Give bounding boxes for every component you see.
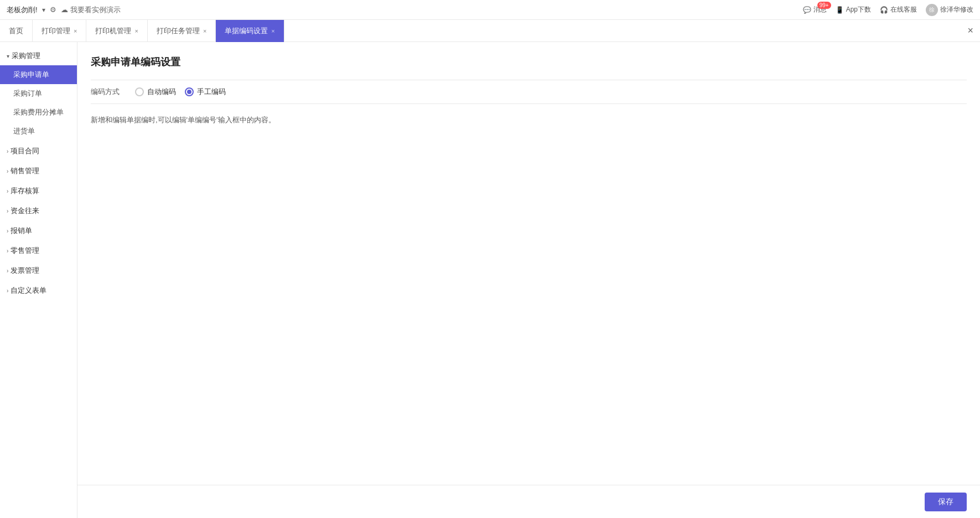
- auto-code-radio[interactable]: [135, 87, 144, 96]
- sidebar-group-title-sales-mgmt[interactable]: › 销售管理: [0, 162, 77, 180]
- sidebar-group-title-custom-forms[interactable]: › 自定义表单: [0, 281, 77, 300]
- auto-code-option[interactable]: 自动编码: [135, 87, 176, 97]
- tab-bar: 首页 打印管理 × 打印机管理 × 打印任务管理 × 单据编码设置 × ×: [0, 20, 980, 42]
- message-button[interactable]: 💬 消息 99+: [803, 5, 827, 14]
- top-bar-left: 老板勿削! ▾ ⚙ ☁ 我要看实例演示: [7, 5, 121, 15]
- sidebar-group-purchase-mgmt: ▾ 采购管理 采购申请单 采购订单 采购费用分摊单 进货单: [0, 46, 77, 141]
- arrow-icon-invoice: ›: [7, 268, 8, 274]
- tab-home[interactable]: 首页: [0, 20, 33, 42]
- sidebar-group-sales-mgmt: › 销售管理: [0, 162, 77, 180]
- app-download-label: App下数: [846, 5, 871, 14]
- arrow-icon-project: ›: [7, 148, 8, 154]
- sidebar-group-inventory: › 库存核算: [0, 182, 77, 200]
- arrow-icon-retail: ›: [7, 248, 8, 254]
- arrow-icon-returns: ›: [7, 228, 8, 234]
- tab-print-task-mgmt-close[interactable]: ×: [203, 28, 206, 34]
- encoding-radio-group: 自动编码 手工编码: [135, 87, 226, 97]
- content-area: 采购申请单编码设置 编码方式 自动编码 手工编码 新增和编辑单据编时,可以编辑'…: [77, 42, 980, 518]
- main-layout: ▾ 采购管理 采购申请单 采购订单 采购费用分摊单 进货单 › 项目合同: [0, 42, 980, 518]
- invoice-mgmt-label: 发票管理: [11, 266, 39, 276]
- top-bar-title: 老板勿削!: [7, 5, 38, 15]
- top-bar-right: 💬 消息 99+ 📱 App下数 🎧 在线客服 徐 徐泽华修改: [803, 4, 973, 16]
- online-service-label: 在线客服: [890, 5, 917, 14]
- sidebar-group-title-inventory[interactable]: › 库存核算: [0, 182, 77, 200]
- tab-home-label: 首页: [9, 26, 23, 36]
- message-icon: 💬: [803, 6, 811, 14]
- example-label: 我要看实例演示: [70, 5, 121, 15]
- sidebar-group-title-invoice-mgmt[interactable]: › 发票管理: [0, 261, 77, 280]
- user-name: 徐泽华修改: [940, 5, 973, 14]
- arrow-icon-funds: ›: [7, 208, 8, 214]
- encoding-section: 编码方式 自动编码 手工编码: [91, 80, 967, 104]
- sidebar-group-returns: › 报销单: [0, 221, 77, 240]
- returns-label: 报销单: [11, 226, 32, 236]
- arrow-icon-custom: ›: [7, 288, 8, 294]
- sidebar-item-purchase-request[interactable]: 采购申请单: [0, 65, 77, 84]
- sidebar-item-purchase-expense[interactable]: 采购费用分摊单: [0, 103, 77, 122]
- purchase-mgmt-label: 采购管理: [12, 51, 40, 61]
- arrow-icon-sales: ›: [7, 168, 8, 174]
- tab-barcode-setting[interactable]: 单据编码设置 ×: [216, 20, 284, 42]
- retail-mgmt-label: 零售管理: [11, 246, 39, 256]
- sales-mgmt-label: 销售管理: [11, 166, 39, 176]
- top-bar-dropdown-icon[interactable]: ▾: [42, 6, 45, 14]
- tab-barcode-setting-label: 单据编码设置: [225, 26, 268, 36]
- sidebar-group-title-retail-mgmt[interactable]: › 零售管理: [0, 241, 77, 260]
- sidebar-group-retail-mgmt: › 零售管理: [0, 241, 77, 260]
- cloud-icon: ☁: [61, 6, 68, 14]
- purchase-order-label: 采购订单: [13, 89, 42, 97]
- settings-icon[interactable]: ⚙: [50, 6, 56, 14]
- sidebar-group-title-funds[interactable]: › 资金往来: [0, 201, 77, 220]
- user-menu[interactable]: 徐 徐泽华修改: [926, 4, 973, 16]
- sidebar-group-project-contract: › 项目合同: [0, 142, 77, 160]
- message-badge: 99+: [817, 2, 831, 9]
- auto-code-label: 自动编码: [147, 87, 176, 97]
- tab-print-mgmt-close[interactable]: ×: [74, 28, 77, 34]
- page-title: 采购申请单编码设置: [91, 55, 967, 69]
- tab-print-task-mgmt[interactable]: 打印任务管理 ×: [148, 20, 216, 42]
- sidebar-item-stock-in[interactable]: 进货单: [0, 122, 77, 141]
- headset-icon: 🎧: [880, 6, 888, 14]
- tab-printer-mgmt-label: 打印机管理: [95, 26, 131, 36]
- phone-icon: 📱: [836, 6, 844, 14]
- custom-forms-label: 自定义表单: [11, 286, 46, 296]
- tab-print-mgmt[interactable]: 打印管理 ×: [33, 20, 86, 42]
- tab-print-task-mgmt-label: 打印任务管理: [157, 26, 200, 36]
- sidebar-group-title-project-contract[interactable]: › 项目合同: [0, 142, 77, 160]
- purchase-request-label: 采购申请单: [13, 70, 49, 79]
- info-text: 新增和编辑单据编时,可以编辑'单编编号'输入框中的内容。: [91, 115, 967, 125]
- save-button[interactable]: 保存: [925, 493, 967, 511]
- sidebar-group-funds: › 资金往来: [0, 201, 77, 220]
- purchase-expense-label: 采购费用分摊单: [13, 108, 64, 116]
- example-link[interactable]: ☁ 我要看实例演示: [61, 5, 121, 15]
- stock-in-label: 进货单: [13, 127, 35, 135]
- content-footer: 保存: [77, 485, 980, 518]
- funds-label: 资金往来: [11, 206, 39, 216]
- sidebar-item-purchase-order[interactable]: 采购订单: [0, 84, 77, 103]
- tab-print-mgmt-label: 打印管理: [42, 26, 70, 36]
- online-service-button[interactable]: 🎧 在线客服: [880, 5, 917, 14]
- sidebar-group-title-purchase-mgmt[interactable]: ▾ 采购管理: [0, 46, 77, 65]
- manual-code-radio[interactable]: [185, 87, 194, 96]
- avatar: 徐: [926, 4, 938, 16]
- tab-barcode-setting-close[interactable]: ×: [271, 28, 274, 34]
- sidebar-group-title-returns[interactable]: › 报销单: [0, 221, 77, 240]
- app-download-button[interactable]: 📱 App下数: [836, 5, 871, 14]
- sidebar-group-invoice-mgmt: › 发票管理: [0, 261, 77, 280]
- close-all-tabs-button[interactable]: ×: [967, 25, 973, 37]
- top-bar: 老板勿削! ▾ ⚙ ☁ 我要看实例演示 💬 消息 99+ 📱 App下数 🎧 在…: [0, 0, 980, 20]
- tab-printer-mgmt-close[interactable]: ×: [134, 28, 138, 34]
- sidebar: ▾ 采购管理 采购申请单 采购订单 采购费用分摊单 进货单 › 项目合同: [0, 42, 77, 518]
- sidebar-group-custom-forms: › 自定义表单: [0, 281, 77, 300]
- project-contract-label: 项目合同: [11, 146, 39, 156]
- arrow-icon-inventory: ›: [7, 188, 8, 194]
- inventory-label: 库存核算: [11, 186, 39, 196]
- content-main: 采购申请单编码设置 编码方式 自动编码 手工编码 新增和编辑单据编时,可以编辑'…: [77, 42, 980, 485]
- arrow-icon-purchase: ▾: [7, 53, 9, 59]
- encoding-label: 编码方式: [91, 87, 124, 97]
- tab-printer-mgmt[interactable]: 打印机管理 ×: [86, 20, 147, 42]
- manual-code-label: 手工编码: [197, 87, 226, 97]
- manual-code-option[interactable]: 手工编码: [185, 87, 226, 97]
